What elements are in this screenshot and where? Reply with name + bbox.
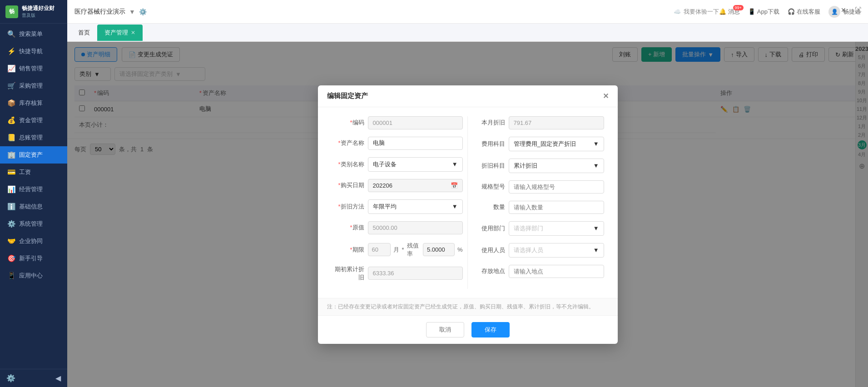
app-logo-icon: 畅 <box>5 5 18 18</box>
department-dropdown-icon: ▼ <box>593 225 599 232</box>
cooperation-icon: 🤝 <box>7 237 15 245</box>
dep-account-select[interactable]: 累计折旧 ▼ <box>509 159 604 173</box>
form-row-initial-dep: 期初累计折旧 <box>332 265 463 282</box>
gear-bottom-icon[interactable]: ⚙️ <box>6 374 15 382</box>
category-select[interactable]: 电子设备 ▼ <box>368 157 463 172</box>
dep-account-dropdown-icon: ▼ <box>593 162 599 169</box>
sidebar-item-finance[interactable]: 💰 资金管理 <box>0 112 67 129</box>
sidebar-item-payroll[interactable]: 💳 工资 <box>0 164 67 181</box>
online-service-btn[interactable]: 🎧 在线客服 <box>788 8 820 16</box>
cloud-icon: ☁️ <box>674 8 681 15</box>
form-row-period: *期限 月 * 残值率 % <box>332 242 463 258</box>
sidebar-item-ledger[interactable]: 📒 总账管理 <box>0 129 67 146</box>
department-select[interactable]: 请选择部门 ▼ <box>509 221 604 236</box>
initial-dep-input[interactable] <box>368 267 463 280</box>
payroll-icon: 💳 <box>7 168 15 176</box>
dep-account-value: 累计折旧 <box>514 162 537 170</box>
category-value: 电子设备 <box>373 160 397 169</box>
residual-rate-input[interactable] <box>423 243 455 256</box>
sidebar-item-cooperation[interactable]: 🤝 企业协同 <box>0 233 67 250</box>
sidebar-item-fixed-assets[interactable]: 🏢 固定资产 <box>0 146 67 164</box>
dropdown-icon[interactable]: ▼ <box>129 8 135 15</box>
percent-unit: % <box>457 246 463 253</box>
modal-right-col: 本月折旧 费用科目 管理费用_固定资产折旧 ▼ <box>468 116 609 289</box>
sidebar-item-app-center[interactable]: 📱 应用中心 <box>0 267 67 284</box>
sidebar-item-system[interactable]: ⚙️ 系统管理 <box>0 215 67 233</box>
expense-account-select[interactable]: 管理费用_固定资产折旧 ▼ <box>509 137 604 151</box>
search-icon: 🔍 <box>7 30 15 38</box>
dep-method-select[interactable]: 年限平均 ▼ <box>368 199 463 214</box>
form-row-department: 使用部门 请选择部门 ▼ <box>472 221 604 236</box>
cloud-text: 我要体验一下 <box>684 8 719 16</box>
sales-icon: 📈 <box>7 64 15 73</box>
form-row-expense-account: 费用科目 管理费用_固定资产折旧 ▼ <box>472 137 604 151</box>
sidebar: 畅 畅捷通好业财 普及版 🔍 搜索菜单 ⚡ 快捷导航 📈 销售管理 🛒 采购管理… <box>0 0 67 387</box>
window-maximize-btn[interactable]: ⛶ <box>852 4 864 16</box>
tab-home[interactable]: 首页 <box>71 25 97 41</box>
category-label: *类别名称 <box>332 160 368 169</box>
sidebar-item-guide[interactable]: 🎯 新手引导 <box>0 250 67 267</box>
modal-grid: *编码 *资产名称 <box>327 116 609 289</box>
form-row-dep-account: 折旧科目 累计折旧 ▼ <box>472 159 604 173</box>
window-controls: ✕ ⛶ <box>833 0 868 20</box>
sidebar-item-search[interactable]: 🔍 搜索菜单 <box>0 25 67 43</box>
topbar: 医疗器械行业演示 ▼ ⚙️ ☁️ 我要体验一下 🔔 消息 99+ 📱 App下载… <box>67 0 868 24</box>
app-download-btn[interactable]: 📱 App下载 <box>748 8 779 16</box>
info-icon: ℹ️ <box>7 203 15 211</box>
modal-note: 注：已经存在变更记录或者对应固定资产已经生成凭证，原值、购买日期、残值率、累计折… <box>318 298 618 315</box>
form-row-name: *资产名称 <box>332 137 463 150</box>
window-minimize-btn[interactable]: ✕ <box>837 4 850 16</box>
dep-method-value: 年限平均 <box>373 203 397 211</box>
residual-rate-separator: * <box>402 246 404 253</box>
modal-footer: 取消 保存 <box>318 315 618 344</box>
name-input[interactable] <box>368 137 463 150</box>
sidebar-logo: 畅 畅捷通好业财 普及版 <box>0 0 67 24</box>
period-input[interactable] <box>368 243 391 256</box>
sidebar-item-basic-info[interactable]: ℹ️ 基础信息 <box>0 198 67 215</box>
save-button[interactable]: 保存 <box>471 322 510 337</box>
form-row-category: *类别名称 电子设备 ▼ <box>332 157 463 172</box>
category-dropdown-icon: ▼ <box>452 161 458 168</box>
topbar-gear-icon[interactable]: ⚙️ <box>139 8 147 15</box>
tab-asset-label: 资产管理 <box>104 29 128 37</box>
tab-close-icon[interactable]: ✕ <box>131 30 135 36</box>
calendar-icon: 📅 <box>451 182 458 189</box>
department-label: 使用部门 <box>472 224 509 233</box>
purchase-date-input[interactable]: 202206 📅 <box>368 179 463 192</box>
sidebar-item-management[interactable]: 📊 经营管理 <box>0 181 67 198</box>
modal-close-icon[interactable]: ✕ <box>603 92 609 100</box>
spec-input[interactable] <box>509 180 604 194</box>
app-download-label: App下载 <box>757 8 779 16</box>
sidebar-item-purchase[interactable]: 🛒 采购管理 <box>0 77 67 94</box>
notification-btn[interactable]: 🔔 消息 99+ <box>719 8 740 16</box>
tab-asset-management[interactable]: 资产管理 ✕ <box>97 25 143 41</box>
cancel-button[interactable]: 取消 <box>426 322 464 337</box>
person-placeholder: 请选择人员 <box>514 246 543 254</box>
expense-account-dropdown-icon: ▼ <box>593 140 599 147</box>
form-row-location: 存放地点 <box>472 265 604 278</box>
form-row-monthly-dep: 本月折旧 <box>472 116 604 129</box>
form-row-code: *编码 <box>332 116 463 129</box>
quantity-input[interactable] <box>509 201 604 214</box>
sidebar-item-inventory[interactable]: 📦 库存核算 <box>0 94 67 112</box>
dep-account-label: 折旧科目 <box>472 162 509 170</box>
sidebar-item-sales[interactable]: 📈 销售管理 <box>0 60 67 77</box>
person-select[interactable]: 请选择人员 ▼ <box>509 243 604 258</box>
modal-overlay: 编辑固定资产 ✕ *编码 <box>67 42 868 387</box>
code-input[interactable] <box>368 116 463 129</box>
sidebar-item-quicknav[interactable]: ⚡ 快捷导航 <box>0 43 67 60</box>
form-row-spec: 规格型号 <box>472 180 604 194</box>
tab-home-label: 首页 <box>78 29 90 37</box>
original-input[interactable] <box>368 221 463 234</box>
topbar-title-area: 医疗器械行业演示 ▼ ⚙️ <box>74 8 666 16</box>
app-logo-text: 畅捷通好业财 普及版 <box>22 5 55 19</box>
badge-count: 99+ <box>733 5 744 10</box>
modal-body: *编码 *资产名称 <box>318 107 618 298</box>
person-label: 使用人员 <box>472 246 509 254</box>
collapse-icon[interactable]: ◀ <box>55 374 61 382</box>
location-input[interactable] <box>509 265 604 278</box>
guide-icon: 🎯 <box>7 254 15 263</box>
topbar-cloud[interactable]: ☁️ 我要体验一下 <box>674 8 719 16</box>
finance-icon: 💰 <box>7 116 15 124</box>
service-label: 在线客服 <box>797 8 820 16</box>
